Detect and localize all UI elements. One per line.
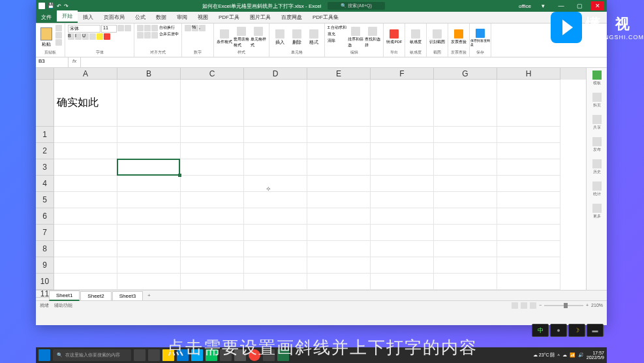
cell[interactable] bbox=[497, 192, 560, 208]
qat-undo-icon[interactable]: ↶ bbox=[57, 3, 61, 9]
row-header[interactable]: 10 bbox=[36, 274, 54, 290]
cell[interactable] bbox=[117, 143, 181, 159]
cell[interactable] bbox=[244, 176, 307, 192]
panel-stats[interactable]: 统计 bbox=[590, 182, 604, 197]
cell[interactable] bbox=[371, 176, 434, 192]
currency-icon[interactable] bbox=[185, 25, 191, 31]
cell[interactable] bbox=[244, 192, 307, 208]
cell[interactable] bbox=[434, 127, 497, 143]
cell[interactable] bbox=[497, 274, 560, 290]
col-header[interactable]: E bbox=[307, 68, 371, 80]
baidu-save-button[interactable]: 保存到百度网盘 bbox=[472, 25, 488, 50]
align-middle-icon[interactable] bbox=[144, 25, 151, 31]
cell[interactable] bbox=[371, 192, 434, 208]
cell[interactable] bbox=[371, 241, 434, 257]
font-name-select[interactable]: 宋体 bbox=[68, 25, 100, 33]
row-header[interactable]: 4 bbox=[36, 176, 54, 192]
cell[interactable] bbox=[117, 241, 181, 257]
cell[interactable] bbox=[181, 241, 244, 257]
sheet-tab-1[interactable]: Sheet1 bbox=[49, 291, 80, 301]
cell[interactable] bbox=[371, 159, 434, 176]
format-painter-icon[interactable] bbox=[55, 39, 62, 46]
cell[interactable] bbox=[497, 143, 560, 159]
view-break-icon[interactable] bbox=[530, 302, 536, 309]
fx-icon[interactable]: fx bbox=[69, 57, 81, 67]
delete-cells-button[interactable]: 删除 bbox=[289, 25, 305, 50]
rec-btn-2[interactable]: ● bbox=[550, 324, 567, 337]
col-header[interactable]: B bbox=[117, 68, 181, 80]
cell[interactable] bbox=[434, 143, 497, 159]
merge-button[interactable]: 合并后居中 bbox=[159, 31, 179, 37]
cell[interactable] bbox=[117, 80, 181, 127]
cell[interactable] bbox=[434, 159, 497, 176]
cell[interactable] bbox=[307, 143, 371, 159]
cell[interactable] bbox=[497, 241, 560, 257]
row-header[interactable]: 8 bbox=[36, 241, 54, 257]
align-bottom-icon[interactable] bbox=[151, 25, 158, 31]
cell[interactable] bbox=[307, 257, 371, 274]
cell[interactable] bbox=[244, 127, 307, 143]
insert-cells-button[interactable]: 插入 bbox=[272, 25, 288, 50]
align-top-icon[interactable] bbox=[137, 25, 144, 31]
qat-redo-icon[interactable]: ↷ bbox=[64, 3, 69, 9]
cell[interactable] bbox=[307, 241, 371, 257]
zoom-handle[interactable] bbox=[564, 303, 568, 308]
cell[interactable] bbox=[54, 192, 117, 208]
cell[interactable] bbox=[117, 127, 181, 143]
tab-data[interactable]: 数据 bbox=[151, 12, 172, 23]
cell[interactable] bbox=[244, 159, 307, 176]
screenshot-button[interactable]: 识别截图 bbox=[429, 25, 445, 50]
cell[interactable] bbox=[371, 257, 434, 274]
align-left-icon[interactable] bbox=[137, 32, 144, 39]
cell[interactable] bbox=[307, 176, 371, 192]
cell[interactable] bbox=[434, 80, 497, 127]
grid-area[interactable]: A B C D E F G H 确实如此 bbox=[54, 68, 607, 290]
close-button[interactable]: ✕ bbox=[591, 1, 604, 10]
copy-icon[interactable] bbox=[55, 32, 62, 39]
cell[interactable] bbox=[244, 143, 307, 159]
align-right-icon[interactable] bbox=[151, 32, 158, 39]
cell[interactable] bbox=[244, 208, 307, 225]
zoom-out-button[interactable]: − bbox=[539, 303, 542, 308]
cell[interactable] bbox=[181, 274, 244, 290]
col-header[interactable]: G bbox=[434, 68, 497, 80]
cell[interactable] bbox=[307, 208, 371, 225]
row-header[interactable]: 3 bbox=[36, 159, 54, 176]
cell[interactable] bbox=[181, 176, 244, 192]
view-normal-icon[interactable] bbox=[512, 302, 518, 309]
cell[interactable] bbox=[54, 208, 117, 225]
account-name[interactable]: office bbox=[519, 3, 531, 9]
cell[interactable] bbox=[117, 274, 181, 290]
cell[interactable] bbox=[371, 225, 434, 241]
format-cells-button[interactable]: 格式 bbox=[306, 25, 322, 50]
panel-more[interactable]: 更多 bbox=[590, 204, 604, 219]
ribbon-options-icon[interactable]: ▾ bbox=[536, 1, 549, 10]
cell[interactable] bbox=[54, 257, 117, 274]
cell[interactable] bbox=[244, 80, 307, 127]
cell[interactable] bbox=[307, 192, 371, 208]
cell[interactable] bbox=[54, 176, 117, 192]
fill-color-icon[interactable] bbox=[97, 33, 103, 40]
view-layout-icon[interactable] bbox=[521, 302, 527, 309]
paste-button[interactable]: 粘贴 bbox=[38, 25, 54, 50]
cell[interactable] bbox=[434, 176, 497, 192]
cell[interactable] bbox=[371, 127, 434, 143]
fill-handle[interactable] bbox=[178, 174, 181, 177]
row-header[interactable]: 7 bbox=[36, 225, 54, 241]
qat-save-icon[interactable]: 💾 bbox=[48, 3, 54, 9]
sort-filter-button[interactable]: 排序和筛选 bbox=[348, 25, 363, 50]
minimize-button[interactable]: — bbox=[555, 1, 568, 10]
clear-button[interactable]: 清除 bbox=[328, 38, 346, 44]
col-header[interactable]: H bbox=[497, 68, 560, 80]
sheet-tab-3[interactable]: Sheet3 bbox=[112, 291, 143, 300]
row-header[interactable]: 6 bbox=[36, 208, 54, 225]
rec-btn-4[interactable]: ▬ bbox=[587, 324, 604, 337]
bold-icon[interactable]: B bbox=[68, 33, 74, 40]
cell[interactable] bbox=[434, 257, 497, 274]
tab-pdf[interactable]: PDF工具 bbox=[213, 12, 245, 23]
align-center-icon[interactable] bbox=[144, 32, 151, 39]
panel-split[interactable]: 拆页 bbox=[590, 93, 604, 108]
cond-format-button[interactable]: 条件格式 bbox=[217, 25, 232, 50]
cell[interactable] bbox=[181, 257, 244, 274]
cell[interactable] bbox=[307, 274, 371, 290]
